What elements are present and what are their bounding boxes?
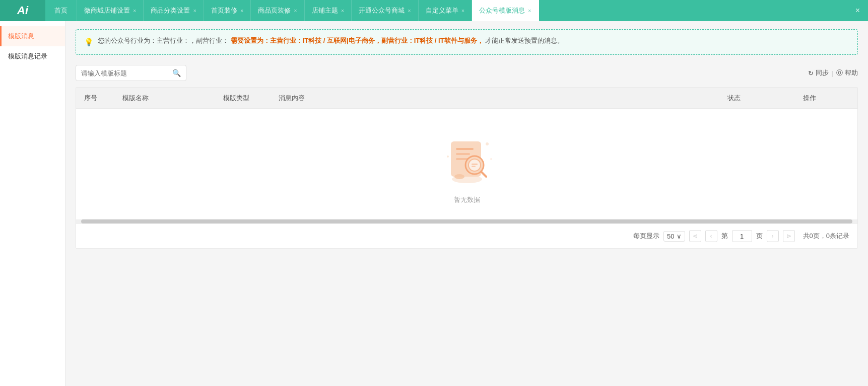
svg-rect-3 (456, 153, 470, 155)
tab-close-product-category[interactable]: × (193, 8, 196, 14)
tab-close-wechat-shop[interactable]: × (133, 8, 136, 14)
tab-home[interactable]: 首页 (45, 0, 77, 21)
search-icon[interactable]: 🔍 (172, 69, 181, 77)
tab-close-homepage-decor[interactable]: × (240, 8, 243, 14)
scrollbar-thumb[interactable] (81, 219, 852, 223)
data-table: 序号 模版名称 模版类型 消息内容 状态 操作 (76, 87, 858, 249)
col-header-type: 模版类型 (217, 94, 273, 103)
next-page-button[interactable]: › (767, 230, 779, 242)
empty-text: 暂无数据 (454, 195, 480, 204)
search-bar: 🔍 ↻ 同步 | ⓪ 帮助 (76, 65, 858, 81)
tab-open-mall[interactable]: 开通公众号商城 × (352, 0, 418, 21)
page-size-label: 每页显示 (633, 231, 659, 241)
total-info: 共0页，0条记录 (803, 231, 849, 241)
tab-product-decor[interactable]: 商品页装修 × (251, 0, 304, 21)
page-label-prefix: 第 (721, 231, 728, 241)
notice-highlight: 需要设置为：主营行业：IT科技 / 互联网|电子商务，副营行业：IT科技 / I… (231, 37, 484, 44)
col-header-seq: 序号 (76, 94, 116, 103)
svg-rect-9 (472, 166, 476, 168)
search-input-wrap[interactable]: 🔍 (76, 65, 186, 81)
top-navbar: Ai 首页微商城店铺设置 ×商品分类设置 ×首页装修 ×商品页装修 ×店铺主题 … (0, 0, 868, 21)
col-header-status: 状态 (721, 94, 797, 103)
notice-icon: 💡 (84, 36, 94, 48)
tab-template-msg[interactable]: 公众号模版消息 × (472, 0, 539, 21)
notice-suffix: 才能正常发送预置的消息。 (485, 37, 564, 44)
notice-banner: 💡 您的公众号行业为：主营行业：，副营行业： 需要设置为：主营行业：IT科技 /… (76, 29, 858, 55)
search-input[interactable] (81, 69, 172, 77)
tab-bar: 首页微商城店铺设置 ×商品分类设置 ×首页装修 ×商品页装修 ×店铺主题 ×开通… (45, 0, 847, 21)
notice-prefix: 您的公众号行业为：主营行业：，副营行业： (98, 37, 229, 44)
tab-shop-theme[interactable]: 店铺主题 × (305, 0, 352, 21)
svg-point-6 (469, 159, 481, 171)
sync-label: 同步 (816, 68, 829, 78)
prev-page-button[interactable]: ‹ (705, 230, 717, 242)
first-page-button[interactable]: ⊲ (689, 230, 701, 242)
global-close-button[interactable]: × (847, 6, 868, 15)
help-label: 帮助 (845, 68, 858, 78)
main-content: 💡 您的公众号行业为：主营行业：，副营行业： 需要设置为：主营行业：IT科技 /… (65, 21, 868, 386)
tab-close-product-decor[interactable]: × (294, 8, 297, 14)
col-header-action: 操作 (797, 94, 857, 103)
tab-product-category[interactable]: 商品分类设置 × (144, 0, 204, 21)
svg-point-12 (447, 156, 449, 158)
tab-close-custom-menu[interactable]: × (461, 8, 464, 14)
table-header: 序号 模版名称 模版类型 消息内容 状态 操作 (76, 88, 857, 109)
main-layout: 模版消息模版消息记录 💡 您的公众号行业为：主营行业：，副营行业： 需要设置为：… (0, 21, 868, 386)
help-button[interactable]: ⓪ 帮助 (836, 68, 858, 78)
help-icon: ⓪ (836, 68, 843, 78)
page-label-suffix: 页 (756, 231, 763, 241)
svg-point-11 (486, 142, 489, 145)
tab-wechat-shop[interactable]: 微商城店铺设置 × (77, 0, 144, 21)
tab-close-shop-theme[interactable]: × (341, 8, 344, 14)
empty-illustration (437, 129, 497, 189)
notice-text: 您的公众号行业为：主营行业：，副营行业： 需要设置为：主营行业：IT科技 / 互… (98, 36, 564, 46)
last-page-button[interactable]: ⊳ (783, 230, 795, 242)
svg-rect-8 (472, 164, 478, 165)
sidebar-item-template-record[interactable]: 模版消息记录 (0, 46, 65, 66)
sidebar: 模版消息模版消息记录 (0, 21, 65, 386)
page-size-chevron: ∨ (677, 233, 682, 240)
sidebar-item-template-msg[interactable]: 模版消息 (0, 26, 65, 46)
tab-close-open-mall[interactable]: × (408, 8, 411, 14)
app-logo: Ai (0, 0, 45, 21)
page-size-value: 50 (667, 233, 674, 240)
sync-icon: ↻ (808, 69, 814, 77)
empty-state: 暂无数据 (76, 109, 857, 219)
svg-point-10 (454, 174, 464, 179)
tab-custom-menu[interactable]: 自定义菜单 × (419, 0, 472, 21)
svg-line-7 (481, 172, 486, 177)
svg-point-13 (490, 158, 492, 160)
pagination: 每页显示 50 ∨ ⊲ ‹ 第 页 › ⊳ 共0页，0条记录 (76, 223, 857, 248)
tab-close-template-msg[interactable]: × (528, 8, 531, 14)
current-page-input[interactable] (732, 230, 752, 242)
page-size-select[interactable]: 50 ∨ (663, 231, 685, 242)
toolbar-right: ↻ 同步 | ⓪ 帮助 (808, 68, 858, 78)
col-header-content: 消息内容 (273, 94, 721, 103)
toolbar-divider: | (832, 69, 833, 77)
col-header-name: 模版名称 (116, 94, 217, 103)
sync-button[interactable]: ↻ 同步 (808, 68, 829, 78)
tab-homepage-decor[interactable]: 首页装修 × (204, 0, 251, 21)
svg-rect-2 (456, 148, 474, 150)
horizontal-scrollbar[interactable] (76, 219, 857, 223)
